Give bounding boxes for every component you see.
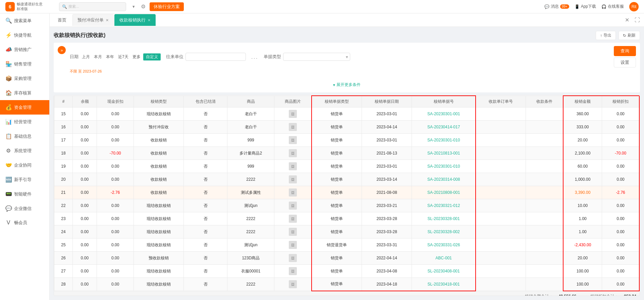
cell-9-12: 1.00 xyxy=(563,225,602,239)
col-header-11: 收款条件 xyxy=(526,96,563,108)
cell-3-9[interactable]: SA-20210813-001 xyxy=(412,147,476,160)
cell-1-5: 老白干 xyxy=(227,121,274,134)
date-custom[interactable]: 自定义 xyxy=(143,53,161,60)
cell-6-2: -2.76 xyxy=(97,186,134,199)
cell-3-5: 多计量商品2 xyxy=(227,147,274,160)
refresh-button[interactable]: ↻ 刷新 xyxy=(619,31,640,40)
cell-8-8: 2023-03-28 xyxy=(362,212,412,225)
cell-12-7: 销货单 xyxy=(312,265,362,278)
cell-10-3: 现结收款核销 xyxy=(134,239,184,252)
col-header-3: 核销类型 xyxy=(134,96,184,108)
table-container: #余额现金折扣核销类型包含已结清商品商品图片核销单据类型核销单据日期核销单据号收… xyxy=(54,95,640,296)
cell-10-13: 0.00 xyxy=(602,239,639,252)
tab-预付冲应付单[interactable]: 预付冲应付单✕ xyxy=(72,14,114,26)
cell-2-6: 🖼 xyxy=(274,134,312,147)
cell-7-9[interactable]: SA-20230321-012 xyxy=(412,199,476,212)
bill-type-input[interactable] xyxy=(283,53,350,61)
date-this-year[interactable]: 本年 xyxy=(105,53,115,60)
sidebar-item-vip[interactable]: V畅会员 xyxy=(0,216,49,230)
expand-more-button[interactable]: ▾ 展开更多条件 xyxy=(333,81,361,89)
page-content: 收款核销执行(按收款) ↑ 导出 ↻ 刷新 » xyxy=(50,27,644,300)
cell-1-9[interactable]: SA-20230414-017 xyxy=(412,121,476,134)
date-options: 上月 本月 本年 近7天 更多 自定义 xyxy=(80,53,161,60)
tab-收款核销执行[interactable]: 收款核销执行✕ xyxy=(114,14,156,26)
cell-8-10 xyxy=(476,212,526,225)
cell-12-3: 现结收款核销 xyxy=(134,265,184,278)
cell-0-3: 现结收款核销 xyxy=(134,108,184,121)
app-download-action[interactable]: 📱 App下载 xyxy=(575,4,596,9)
from-unit-input[interactable] xyxy=(185,53,246,61)
cell-9-9[interactable]: SL-20230328-002 xyxy=(412,225,476,239)
sidebar-item-guide[interactable]: 🆕新手引导 xyxy=(0,172,49,187)
cell-4-5: 999 xyxy=(227,160,274,173)
tab-bar: 首页 预付冲应付单✕收款核销执行✕ ✕ ⛶ xyxy=(50,13,644,27)
cell-0-12: 360.00 xyxy=(563,108,602,121)
sidebar-item-sales[interactable]: 🏪销售管理 xyxy=(0,57,49,71)
cell-5-9[interactable]: SA-20230314-008 xyxy=(412,173,476,186)
export-button[interactable]: ↑ 导出 xyxy=(596,31,616,40)
cell-4-9[interactable]: SA-20230301-010 xyxy=(412,160,476,173)
cell-11-4: 否 xyxy=(184,252,227,265)
table-row: 270.000.00现结收款核销否衣服00001🖼销货单2023-04-08SL… xyxy=(54,265,640,278)
gear-button[interactable]: ⚙ xyxy=(141,3,146,10)
user-avatar[interactable]: Rit xyxy=(629,2,639,11)
cell-8-9[interactable]: SL-20230328-001 xyxy=(412,212,476,225)
sidebar-item-search[interactable]: 🔍搜索菜单 xyxy=(0,13,49,28)
sidebar-item-label: 基础信息 xyxy=(14,133,32,139)
sidebar-item-system[interactable]: ⚙系统管理 xyxy=(0,143,49,158)
sidebar-item-wechat[interactable]: 💬企业微信 xyxy=(0,201,49,216)
close-window-button[interactable]: ✕ xyxy=(624,15,631,25)
sidebar-item-business[interactable]: 📊经营管理 xyxy=(0,115,49,129)
sidebar-item-hardware[interactable]: 📟智能硬件 xyxy=(0,187,49,201)
solution-button[interactable]: 休验行业方案 xyxy=(150,2,184,11)
cell-0-9[interactable]: SA-20230301-001 xyxy=(412,108,476,121)
cell-8-2: 0.00 xyxy=(97,212,134,225)
cell-5-4: 否 xyxy=(184,173,227,186)
date-this-month[interactable]: 本月 xyxy=(93,53,103,60)
maximize-button[interactable]: ⛶ xyxy=(633,15,641,25)
tab-close-icon[interactable]: ✕ xyxy=(106,18,109,23)
table-footer: 核销金额合计： 40,556,66... 核销折扣合计： 952.24 xyxy=(54,291,640,296)
sidebar-item-marketing[interactable]: 📣营销推广 xyxy=(0,42,49,57)
cell-7-6: 🖼 xyxy=(274,199,312,212)
tab-close-icon[interactable]: ✕ xyxy=(148,18,151,23)
data-table: #余额现金折扣核销类型包含已结清商品商品图片核销单据类型核销单据日期核销单据号收… xyxy=(54,95,640,291)
cell-9-3: 现结收款核销 xyxy=(134,225,184,239)
sidebar-item-finance[interactable]: 💰资金管理 xyxy=(0,100,49,115)
cell-8-3: 现结收款核销 xyxy=(134,212,184,225)
total-amount-value: 40,556,66... xyxy=(558,294,580,296)
cell-11-9[interactable]: ABC-001 xyxy=(412,252,476,265)
cell-0-4: 否 xyxy=(184,108,227,121)
message-action[interactable]: 💬 消息 99+ xyxy=(544,4,569,9)
tab-home[interactable]: 首页 xyxy=(52,14,72,26)
cell-2-9[interactable]: SA-20230301-010 xyxy=(412,134,476,147)
cell-9-11 xyxy=(526,225,563,239)
sidebar-item-basic[interactable]: 📋基础信息 xyxy=(0,129,49,143)
cell-13-9[interactable]: SL-20230418-001 xyxy=(412,278,476,291)
cell-0-6: 🖼 xyxy=(274,108,312,121)
date-7days[interactable]: 近7天 xyxy=(117,53,130,60)
sidebar-item-quicknav[interactable]: ⚡快捷导航 xyxy=(0,28,49,42)
online-service-action[interactable]: 🎧 在线客服 xyxy=(601,4,624,9)
sidebar-item-corp[interactable]: 🤝企业协同 xyxy=(0,158,49,172)
cell-13-7: 销货单 xyxy=(312,278,362,291)
query-button[interactable]: 查询 xyxy=(614,46,636,56)
date-more[interactable]: 更多 xyxy=(131,53,142,60)
dropdown-icon[interactable]: ▾ xyxy=(132,4,135,9)
sidebar-item-purchase[interactable]: 📦采购管理 xyxy=(0,71,49,86)
date-last-month[interactable]: 上月 xyxy=(80,53,91,60)
cell-10-9[interactable]: SA-20230331-026 xyxy=(412,239,476,252)
setting-button[interactable]: 设置 xyxy=(614,57,636,68)
cell-3-8: 2021-08-13 xyxy=(362,147,412,160)
cell-8-6: 🖼 xyxy=(274,212,312,225)
cell-7-5: 测试jun xyxy=(227,199,274,212)
cell-4-1: 0.00 xyxy=(73,160,97,173)
expand-filter-button[interactable]: » xyxy=(58,46,66,54)
cell-13-12: 100.00 xyxy=(563,278,602,291)
table-row: 260.000.00预收款核销否123D商品🖼销货单2022-04-14ABC-… xyxy=(54,252,640,265)
marketing-icon: 📣 xyxy=(5,46,11,53)
cell-1-3: 预付冲应收 xyxy=(134,121,184,134)
cell-6-9[interactable]: SA-20210808-001 xyxy=(412,186,476,199)
cell-12-9[interactable]: SL-20230408-001 xyxy=(412,265,476,278)
sidebar-item-inventory[interactable]: 🏠库存核算 xyxy=(0,86,49,100)
